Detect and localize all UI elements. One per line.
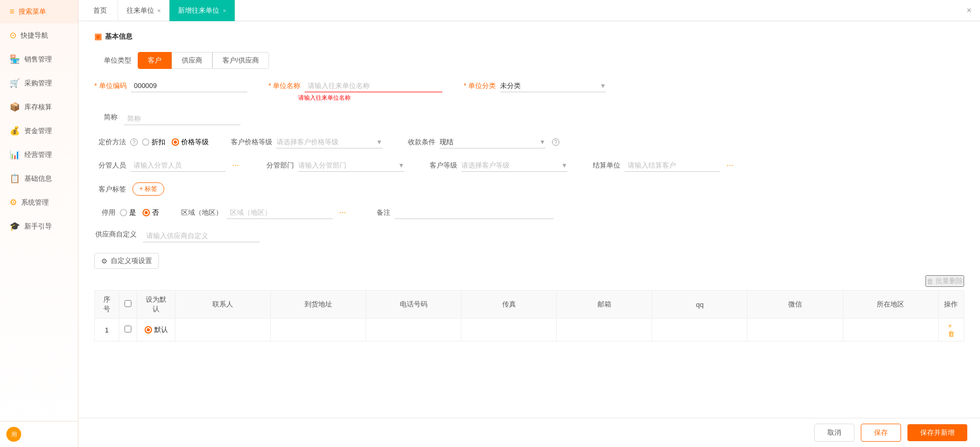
save-new-button[interactable]: 保存并新增	[907, 424, 967, 441]
sidebar-item-purchase[interactable]: 🛒 采购管理	[0, 71, 78, 95]
btn-customer-supplier[interactable]: 客户/供应商	[212, 52, 269, 69]
radio-price-level-circle	[172, 138, 179, 146]
field-disabled: 停用 是 否	[94, 208, 159, 217]
customer-price-level-input[interactable]	[277, 138, 376, 146]
col-default: 设为默认	[137, 291, 175, 319]
field-unit-category: * 单位分类 ▼	[464, 80, 606, 92]
payment-terms-input[interactable]	[440, 138, 539, 146]
contact-input[interactable]	[181, 326, 265, 334]
phone-input[interactable]	[371, 326, 456, 334]
tab-new-partner-close[interactable]: ×	[222, 7, 226, 14]
unit-category-chevron: ▼	[600, 82, 606, 90]
sidebar-item-system[interactable]: ⚙ 系统管理	[0, 190, 78, 214]
col-email: 邮箱	[557, 291, 652, 319]
sidebar-item-quick-nav[interactable]: ⊙ 快捷导航	[0, 23, 78, 47]
radio-price-level[interactable]: 价格等级	[172, 137, 209, 147]
col-qq: qq	[652, 291, 747, 319]
email-input[interactable]	[562, 326, 646, 334]
unit-category-select[interactable]: ▼	[500, 80, 606, 92]
delete-row-btn[interactable]: 🗑	[948, 330, 955, 338]
window-close-button[interactable]: ×	[963, 6, 976, 15]
sidebar-item-operation[interactable]: 📊 经营管理	[0, 143, 78, 166]
custom-settings-button[interactable]: ⚙ 自定义项设置	[94, 253, 159, 269]
save-button[interactable]: 保存	[861, 424, 901, 442]
tab-home[interactable]: 首页	[83, 0, 118, 21]
radio-yes[interactable]: 是	[120, 208, 136, 217]
cancel-button[interactable]: 取消	[814, 424, 854, 442]
unit-category-label: * 单位分类	[464, 81, 496, 91]
sidebar-item-guide[interactable]: 🎓 新手引导	[0, 214, 78, 238]
cell-address	[271, 319, 366, 341]
supplier-custom-label: 供应商自定义	[94, 230, 137, 239]
form-content: ▣ 基本信息 单位类型 客户 供应商 客户/供应商 * 单位编码	[78, 21, 980, 418]
btn-supplier[interactable]: 供应商	[172, 52, 212, 69]
contacts-table: 序号 设为默认 联系人 到货地址 电话号码 传真 邮箱 qq 微信 所在地区 操…	[94, 290, 964, 341]
unit-category-input[interactable]	[500, 82, 600, 90]
batch-delete-area: 🗑 批量删除	[94, 275, 964, 287]
tab-partner-close[interactable]: ×	[157, 7, 161, 14]
sidebar-item-inventory[interactable]: 📦 库存核算	[0, 95, 78, 119]
radio-no[interactable]: 否	[142, 208, 159, 217]
qq-input[interactable]	[657, 326, 742, 334]
sidebar-item-search[interactable]: ≡ 搜索菜单	[0, 0, 78, 23]
batch-delete-button[interactable]: 🗑 批量删除	[925, 275, 964, 287]
customer-price-level-select[interactable]: ▼	[277, 136, 382, 148]
pricing-radio-group: 折扣 价格等级	[142, 137, 209, 147]
tab-new-partner[interactable]: 新增往来单位 ×	[170, 0, 235, 21]
radio-discount-circle	[142, 138, 149, 146]
address-input[interactable]	[276, 326, 360, 334]
unit-name-input[interactable]	[305, 80, 442, 92]
select-all-checkbox[interactable]	[124, 300, 131, 307]
department-input[interactable]	[298, 161, 398, 169]
cell-checkbox	[119, 319, 137, 341]
payment-terms-select[interactable]: ▼	[440, 136, 546, 148]
department-select[interactable]: ▼	[298, 159, 404, 172]
customer-level-select[interactable]: ▼	[461, 159, 567, 172]
pricing-question-icon[interactable]: ?	[130, 138, 138, 146]
col-index: 序号	[95, 291, 119, 319]
settlement-more-btn[interactable]: ···	[724, 161, 735, 170]
department-label: 分管部门	[262, 161, 294, 170]
short-name-input[interactable]	[124, 112, 240, 125]
radio-discount[interactable]: 折扣	[142, 137, 165, 147]
basic-icon: 📋	[10, 173, 20, 183]
sidebar-item-basic[interactable]: 📋 基础信息	[0, 166, 78, 190]
add-tag-button[interactable]: + 标签	[132, 182, 164, 196]
fax-input[interactable]	[467, 326, 551, 334]
sales-icon: 🏪	[10, 54, 20, 64]
add-row-btn[interactable]: +	[948, 322, 952, 330]
unit-type-group: 客户 供应商 客户/供应商	[138, 52, 269, 69]
col-contact: 联系人	[175, 291, 271, 319]
region-input[interactable]	[227, 206, 333, 219]
row-checkbox[interactable]	[124, 326, 131, 332]
sidebar-item-sales[interactable]: 🏪 销售管理	[0, 47, 78, 71]
cell-default: 默认	[137, 319, 175, 341]
purchase-icon: 🛒	[10, 78, 20, 88]
customer-tag-label: 客户标签	[94, 185, 126, 194]
btn-customer[interactable]: 客户	[138, 52, 172, 69]
unit-code-input[interactable]	[131, 80, 247, 92]
region-col-input[interactable]	[849, 326, 933, 334]
region-label: 区域（地区）	[180, 208, 222, 217]
manager-input[interactable]	[130, 159, 226, 172]
short-name-label: 简称	[94, 112, 118, 122]
cell-index: 1	[95, 319, 119, 341]
col-phone: 电话号码	[366, 291, 461, 319]
department-chevron: ▼	[398, 162, 404, 169]
operation-icon: 📊	[10, 150, 20, 160]
disabled-label: 停用	[94, 208, 115, 217]
settlement-input[interactable]	[625, 159, 720, 172]
manager-more-btn[interactable]: ···	[230, 161, 241, 170]
supplier-custom-input[interactable]	[143, 230, 260, 242]
field-region: 区域（地区） ···	[180, 206, 348, 219]
customer-level-input[interactable]	[461, 161, 561, 169]
remark-input[interactable]	[395, 206, 554, 219]
region-more-btn[interactable]: ···	[337, 208, 348, 217]
tab-partner[interactable]: 往来单位 ×	[118, 0, 170, 21]
sidebar-item-finance[interactable]: 💰 资金管理	[0, 119, 78, 143]
payment-question-icon[interactable]: ?	[552, 138, 559, 146]
payment-terms-label: 收款条件	[404, 137, 435, 147]
default-radio[interactable]	[145, 326, 152, 334]
field-settlement: 结算单位 ···	[589, 159, 735, 172]
wechat-input[interactable]	[753, 326, 837, 334]
